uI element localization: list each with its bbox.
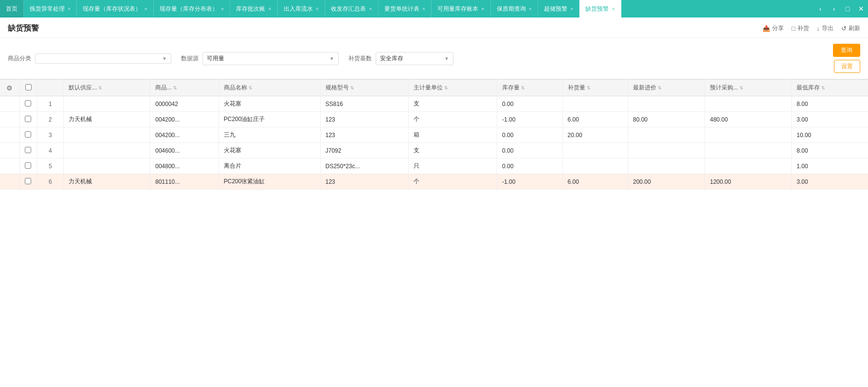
tab-nav-next[interactable]: › [827, 0, 841, 18]
td-latest-price [628, 127, 705, 143]
td-unit: 箱 [409, 127, 497, 143]
base-select[interactable]: 安全库存 ▼ [376, 52, 453, 65]
settings-gear-icon[interactable]: ⚙ [6, 84, 13, 92]
td-latest-price [628, 158, 705, 174]
td-est-purchase: 1200.00 [705, 174, 792, 190]
table-header-row: ⚙ 默认供应... ⇅ 商品... [0, 80, 868, 96]
close-tab-inout-flow[interactable]: × [316, 6, 319, 12]
sort-est-purchase[interactable]: 预计采购... ⇅ [710, 84, 743, 92]
close-tab-collect-summary[interactable]: × [369, 6, 372, 12]
sort-stock[interactable]: 库存量 ⇅ [502, 84, 525, 92]
restock-button[interactable]: □ 补货 [792, 24, 809, 33]
td-checkbox [19, 127, 37, 143]
tab-nav-prev[interactable]: ‹ [814, 0, 827, 18]
td-settings [0, 158, 19, 174]
datasource-select[interactable]: 可用量 ▼ [202, 52, 339, 65]
sort-icon-spec: ⇅ [350, 86, 354, 90]
close-tab-batch-account[interactable]: × [268, 6, 271, 12]
td-settings [0, 174, 19, 190]
share-button[interactable]: 📤 分享 [762, 24, 784, 33]
td-unit: 个 [409, 174, 497, 190]
tab-expiry-query[interactable]: 保质期查询 × [491, 0, 538, 18]
sort-name[interactable]: 商品名称 ⇅ [224, 84, 253, 92]
tab-close-btn[interactable]: ✕ [854, 0, 868, 18]
refresh-button[interactable]: ↺ 刷新 [841, 24, 860, 33]
sort-latest-price[interactable]: 最新进价 ⇅ [633, 84, 662, 92]
row-checkbox[interactable] [25, 147, 31, 153]
close-tab-abnormal[interactable]: × [68, 6, 71, 12]
td-stock: 0.00 [497, 127, 562, 143]
td-stock: 0.00 [497, 158, 562, 174]
tab-overstock[interactable]: 超储预警 × [538, 0, 579, 18]
td-name: 三九 [218, 127, 320, 143]
td-unit: 只 [409, 158, 497, 174]
row-checkbox[interactable] [25, 162, 31, 169]
tab-collect-summary[interactable]: 收发存汇总表 × [325, 0, 378, 18]
tab-restore-btn[interactable]: □ [841, 0, 854, 18]
base-dropdown-icon: ▼ [444, 56, 449, 61]
th-restock[interactable]: 补货量 ⇅ [562, 80, 628, 96]
td-num: 6 [37, 174, 64, 190]
tab-inout-flow[interactable]: 出入库流水 × [278, 0, 325, 18]
close-tab-inventory-dist[interactable]: × [221, 6, 224, 12]
td-stock: -1.00 [497, 112, 562, 127]
close-tab-shortage[interactable]: × [612, 6, 615, 12]
td-min-stock: 10.00 [792, 127, 868, 143]
row-checkbox[interactable] [25, 131, 31, 138]
tab-available-ledger[interactable]: 可用量库存账本 × [432, 0, 490, 18]
td-stock: -1.00 [497, 174, 562, 190]
query-button[interactable]: 查询 [833, 44, 860, 57]
sort-code[interactable]: 商品... ⇅ [155, 84, 177, 92]
td-num: 3 [37, 127, 64, 143]
tab-demand-stats[interactable]: 要货单统计表 × [379, 0, 432, 18]
export-button[interactable]: ↓ 导出 [817, 24, 834, 33]
close-tab-overstock[interactable]: × [570, 6, 573, 12]
sort-spec[interactable]: 规格型号 ⇅ [326, 84, 354, 92]
th-est-purchase[interactable]: 预计采购... ⇅ [705, 80, 792, 96]
tab-inventory-status[interactable]: 现存量（库存状况表） × [77, 0, 153, 18]
close-tab-inventory-status[interactable]: × [144, 6, 147, 12]
th-stock[interactable]: 库存量 ⇅ [497, 80, 562, 96]
td-spec: 123 [320, 127, 408, 143]
td-spec: DS250*23c... [320, 158, 408, 174]
tab-shortage[interactable]: 缺货预警 × [579, 0, 621, 18]
page-header: 缺货预警 📤 分享 □ 补货 ↓ 导出 ↺ 刷新 [0, 18, 868, 38]
th-code[interactable]: 商品... ⇅ [150, 80, 218, 96]
td-latest-price [628, 143, 705, 158]
td-supplier [64, 158, 150, 174]
close-tab-available-ledger[interactable]: × [481, 6, 484, 12]
refresh-icon: ↺ [841, 25, 847, 32]
tab-abnormal[interactable]: 拣货异常处理 × [24, 0, 77, 18]
tab-inventory-dist[interactable]: 现存量（库存分布表） × [154, 0, 230, 18]
tab-batch-account[interactable]: 库存批次账 × [230, 0, 277, 18]
close-tab-expiry-query[interactable]: × [529, 6, 532, 12]
td-code: 004200... [150, 112, 218, 127]
row-checkbox[interactable] [25, 116, 31, 122]
datasource-filter-group: 数据源 可用量 ▼ [181, 52, 339, 65]
td-unit: 支 [409, 143, 497, 158]
category-select[interactable]: ▼ [35, 53, 171, 64]
table-row: 6力天机械801110...PC200张紧油缸123个-1.006.00200.… [0, 174, 868, 190]
restock-icon: □ [792, 25, 796, 32]
sort-unit[interactable]: 主计量单位 ⇅ [414, 84, 448, 92]
th-unit[interactable]: 主计量单位 ⇅ [409, 80, 497, 96]
row-checkbox[interactable] [25, 100, 31, 106]
tab-bar: 首页 拣货异常处理 × 现存量（库存状况表） × 现存量（库存分布表） × 库存… [0, 0, 868, 18]
th-min-stock[interactable]: 最低库存 ⇅ [792, 80, 868, 96]
table-row: 10000042火花塞SS816支0.008.00 [0, 96, 868, 112]
sort-supplier[interactable]: 默认供应... ⇅ [69, 84, 102, 92]
sort-min-stock[interactable]: 最低库存 ⇅ [796, 84, 825, 92]
settings-button[interactable]: 设置 [834, 60, 860, 73]
tab-home[interactable]: 首页 [0, 0, 24, 18]
td-stock: 0.00 [497, 143, 562, 158]
th-latest-price[interactable]: 最新进价 ⇅ [628, 80, 705, 96]
sort-icon-stock: ⇅ [521, 86, 525, 90]
th-num [37, 80, 64, 96]
sort-restock[interactable]: 补货量 ⇅ [568, 84, 591, 92]
th-supplier[interactable]: 默认供应... ⇅ [64, 80, 150, 96]
row-checkbox[interactable] [25, 178, 31, 184]
th-spec[interactable]: 规格型号 ⇅ [320, 80, 408, 96]
close-tab-demand-stats[interactable]: × [422, 6, 425, 12]
th-name[interactable]: 商品名称 ⇅ [218, 80, 320, 96]
select-all-checkbox[interactable] [25, 84, 32, 90]
